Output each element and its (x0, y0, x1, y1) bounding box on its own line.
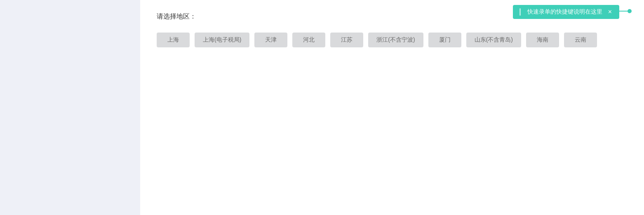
region-button-zhejiang[interactable]: 浙江(不含宁波) (368, 33, 423, 47)
region-row-1: 上海上海(电子税局)天津河北江苏浙江(不含宁波)厦门 (157, 33, 461, 47)
region-button-shanghai[interactable]: 上海 (157, 33, 190, 47)
tooltip-connector-dot (628, 9, 632, 13)
main-content: 请选择地区： 上海上海(电子税局)天津河北江苏浙江(不含宁波)厦门 山东(不含青… (140, 0, 644, 215)
region-buttons: 上海上海(电子税局)天津河北江苏浙江(不含宁波)厦门 山东(不含青岛)海南云南 (157, 33, 628, 52)
region-button-jiangsu[interactable]: 江苏 (330, 33, 363, 47)
tooltip-banner: 快速录单的快捷键说明在这里 × (513, 5, 619, 19)
region-button-xiamen[interactable]: 厦门 (428, 33, 461, 47)
region-button-shanghai-etax[interactable]: 上海(电子税局) (195, 33, 249, 47)
tooltip-text: 快速录单的快捷键说明在这里 (527, 8, 602, 16)
tooltip-close-button[interactable]: × (607, 8, 613, 16)
region-button-tianjin[interactable]: 天津 (254, 33, 287, 47)
region-row-2: 山东(不含青岛)海南云南 (466, 33, 597, 47)
region-button-hainan[interactable]: 海南 (526, 33, 559, 47)
sidebar (0, 0, 140, 215)
region-button-shandong[interactable]: 山东(不含青岛) (466, 33, 521, 47)
region-button-yunnan[interactable]: 云南 (564, 33, 597, 47)
region-button-hebei[interactable]: 河北 (292, 33, 325, 47)
